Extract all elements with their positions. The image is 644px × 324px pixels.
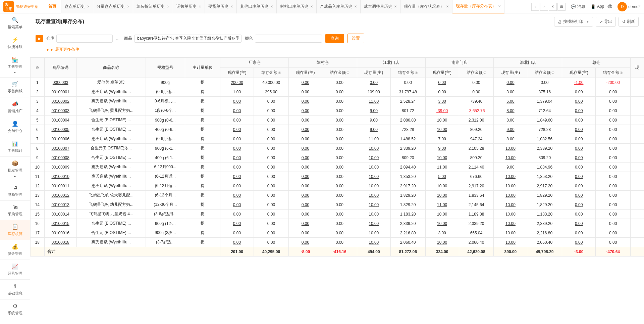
row-cc-qty[interactable]: 0.00 — [288, 163, 322, 172]
row-na-qty[interactable]: 3.00 — [425, 228, 459, 238]
sidebar-item-11[interactable]: 💰 资金管理 — [0, 240, 30, 260]
row-zc-qty[interactable]: 0.00 — [562, 106, 596, 115]
row-jb-qty[interactable]: 10.00 — [357, 210, 390, 219]
tab-item-2[interactable]: 组装拆卸单历史✕ — [133, 0, 173, 13]
row-code[interactable]: 00100004 — [44, 115, 76, 125]
row-cc-qty[interactable]: 0.00 — [288, 172, 322, 181]
tab-close[interactable]: ✕ — [87, 5, 90, 8]
row-na-qty[interactable]: 10.00 — [425, 125, 459, 134]
filter-toggle[interactable]: ▶ — [36, 35, 43, 42]
row-cf-qty[interactable]: 200.00 — [220, 78, 254, 87]
tab-close[interactable]: ✕ — [354, 5, 357, 8]
row-cf-qty[interactable]: 1.00 — [220, 87, 254, 97]
row-cf-qty[interactable]: 0.00 — [220, 219, 254, 228]
row-yb-qty[interactable]: 10.00 — [494, 181, 527, 191]
tab-item-7[interactable]: 产成品入库单历史✕ — [317, 0, 361, 13]
row-code[interactable]: 00100002 — [44, 97, 76, 106]
tab-close[interactable]: ✕ — [310, 5, 313, 8]
row-zc-qty[interactable]: 0.00 — [562, 200, 596, 210]
row-jb-qty[interactable]: 11.00 — [357, 97, 390, 106]
row-cf-qty[interactable]: 0.00 — [220, 106, 254, 115]
row-cc-qty[interactable]: 0.00 — [288, 115, 322, 125]
tab-close[interactable]: ✕ — [230, 5, 233, 8]
row-yb-qty[interactable]: 9.00 — [494, 163, 527, 172]
row-code[interactable]: 0000003 — [44, 78, 76, 87]
row-na-qty[interactable]: 3.00 — [425, 97, 459, 106]
row-cf-qty[interactable]: 0.00 — [220, 153, 254, 163]
row-na-qty[interactable]: 9.00 — [425, 144, 459, 153]
row-jb-qty[interactable]: 10.00 — [357, 191, 390, 200]
row-yb-qty[interactable]: 6.00 — [494, 97, 527, 106]
row-zc-qty[interactable]: -1.00 — [562, 78, 596, 87]
row-jb-qty[interactable]: 9.00 — [357, 106, 390, 115]
row-yb-qty[interactable]: 10.00 — [494, 210, 527, 219]
tab-next-btn[interactable]: › — [540, 3, 548, 11]
row-code[interactable]: 00100006 — [44, 134, 76, 144]
sidebar-item-12[interactable]: 📈 经营管理 — [0, 260, 30, 280]
row-na-qty[interactable]: 5.00 — [425, 172, 459, 181]
row-cc-qty[interactable]: 0.00 — [288, 200, 322, 210]
row-cf-qty[interactable]: 0.00 — [220, 210, 254, 219]
tab-close[interactable]: ✕ — [446, 5, 449, 8]
row-cf-qty[interactable]: 0.00 — [220, 134, 254, 144]
row-cc-qty[interactable]: 0.00 — [288, 87, 322, 97]
row-cf-qty[interactable]: 0.00 — [220, 228, 254, 238]
app-download-btn[interactable]: 📱 App下载 — [591, 4, 612, 9]
print-btn[interactable]: 🖨 按模板打印 ▼ — [554, 17, 593, 27]
sidebar-item-1[interactable]: ⚡ 快捷导航 — [0, 33, 30, 53]
goods-input[interactable] — [134, 35, 241, 43]
search-button[interactable]: 查询 — [325, 34, 344, 43]
row-zc-qty[interactable]: 0.00 — [562, 172, 596, 181]
sidebar-item-6[interactable]: 📊 零售统计 — [0, 137, 30, 157]
row-yb-qty[interactable]: 10.00 — [494, 144, 527, 153]
row-jb-qty[interactable]: 10.00 — [357, 172, 390, 181]
row-yb-qty[interactable]: 10.00 — [494, 153, 527, 163]
expand-more[interactable]: ▼▼ 展开更多条件 — [46, 45, 639, 54]
row-zc-qty[interactable]: 0.00 — [562, 181, 596, 191]
row-na-qty[interactable]: 10.00 — [425, 238, 459, 247]
row-cf-qty[interactable]: 0.00 — [220, 125, 254, 134]
row-jb-qty[interactable]: 9.00 — [357, 115, 390, 125]
tab-expand-btn[interactable]: ⊟ — [557, 3, 566, 11]
tab-item-5[interactable]: 其他出库单历史✕ — [237, 0, 277, 13]
row-cf-qty[interactable]: 0.00 — [220, 163, 254, 172]
row-cc-qty[interactable]: 0.00 — [288, 153, 322, 163]
sidebar-item-13[interactable]: ℹ 基础信息 — [0, 280, 30, 299]
tab-close[interactable]: ✕ — [394, 5, 397, 8]
export-btn[interactable]: ↗ 导出 — [596, 17, 616, 27]
row-na-qty[interactable]: 10.00 — [425, 181, 459, 191]
row-na-qty[interactable]: 10.00 — [425, 115, 459, 125]
tab-item-4[interactable]: 要货单历史✕ — [205, 0, 237, 13]
row-yb-qty[interactable]: 10.00 — [494, 219, 527, 228]
row-code[interactable]: 00100018 — [44, 238, 76, 247]
row-cf-qty[interactable]: 0.00 — [220, 172, 254, 181]
row-zc-qty[interactable]: 0.00 — [562, 144, 596, 153]
sidebar-item-0[interactable]: 🔍 搜索英单 — [0, 13, 30, 33]
user-menu[interactable]: D demo2 — [618, 2, 641, 11]
row-na-qty[interactable]: 10.00 — [425, 191, 459, 200]
row-zc-qty[interactable]: 0.00 — [562, 210, 596, 219]
row-zc-qty[interactable]: 0.00 — [562, 191, 596, 200]
row-code[interactable]: 00100016 — [44, 228, 76, 238]
row-na-qty[interactable]: 10.00 — [425, 153, 459, 163]
message-btn[interactable]: 💬 消息 — [571, 4, 585, 9]
row-zc-qty[interactable]: 0.00 — [562, 228, 596, 238]
sidebar-item-7[interactable]: 📦 批发管理 ▲ — [0, 157, 30, 181]
sidebar-item-15[interactable]: 🤝 企业协同 — [0, 319, 30, 324]
row-jb-qty[interactable]: 9.00 — [357, 125, 390, 134]
row-zc-qty[interactable]: 0.00 — [562, 163, 596, 172]
row-cc-qty[interactable]: 0.00 — [288, 78, 322, 87]
row-na-qty[interactable]: 11.00 — [425, 200, 459, 210]
tab-close[interactable]: ✕ — [199, 5, 201, 8]
row-yb-qty[interactable]: 8.00 — [494, 134, 527, 144]
row-code[interactable]: 00100005 — [44, 125, 76, 134]
row-jb-qty[interactable]: 10.00 — [357, 153, 390, 163]
row-cf-qty[interactable]: 0.00 — [220, 115, 254, 125]
row-yb-qty[interactable]: 10.00 — [494, 228, 527, 238]
row-code[interactable]: 00100003 — [44, 106, 76, 115]
tab-item-1[interactable]: 分量盘点单历史✕ — [93, 0, 133, 13]
tab-item-3[interactable]: 调拨单历史✕ — [173, 0, 205, 13]
row-code[interactable]: 00100013 — [44, 200, 76, 210]
tab-home[interactable]: 首页 — [44, 0, 61, 13]
row-cf-qty[interactable]: 0.00 — [220, 200, 254, 210]
